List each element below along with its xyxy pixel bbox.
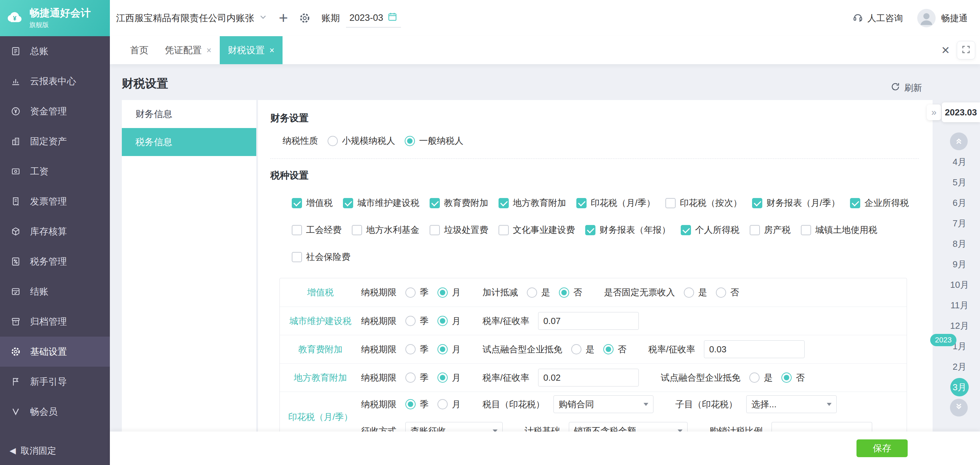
radio-quarter[interactable]: 季 xyxy=(406,344,429,355)
refresh-button[interactable]: 刷新 xyxy=(891,82,922,94)
checkbox-vat[interactable]: 增值税 xyxy=(292,197,333,209)
checkbox-property-tax[interactable]: 房产税 xyxy=(750,224,791,236)
month-item[interactable]: 9月 xyxy=(953,254,966,274)
sidebar-item-closing[interactable]: 结账 xyxy=(0,277,110,307)
radio-quarter[interactable]: 季 xyxy=(406,315,429,327)
period-date-picker[interactable]: 2023-03 xyxy=(346,9,401,28)
sidebar-item-tax-management[interactable]: 税务管理 xyxy=(0,247,110,277)
option-label: 否 xyxy=(796,372,805,384)
checkbox-urban-land-tax[interactable]: 城镇土地使用税 xyxy=(801,224,877,236)
radio-yes[interactable]: 是 xyxy=(684,287,707,298)
tab-home[interactable]: 首页 xyxy=(122,36,157,64)
close-all-tabs-icon[interactable]: ✕ xyxy=(941,44,950,57)
tax-item-select[interactable]: 购销合同 xyxy=(554,395,654,413)
radio-month[interactable]: 月 xyxy=(438,398,461,410)
radio-month[interactable]: 月 xyxy=(438,287,461,298)
sidebar-item-basic-settings[interactable]: 基础设置 xyxy=(0,337,110,367)
month-item[interactable]: 10月 xyxy=(950,274,969,295)
settings-gear-icon[interactable] xyxy=(299,12,310,24)
rail-scroll-down-button[interactable] xyxy=(950,399,968,417)
option-label: 是 xyxy=(764,372,773,384)
tab-voucher-config[interactable]: 凭证配置 × xyxy=(157,36,220,64)
sidebar-item-invoices[interactable]: 发票管理 xyxy=(0,186,110,217)
manual-consult-button[interactable]: 人工咨询 xyxy=(853,12,903,25)
month-item-active[interactable]: 3月 xyxy=(950,377,969,397)
radio-no[interactable]: 否 xyxy=(559,287,582,298)
tab-close-icon[interactable]: × xyxy=(207,46,212,55)
month-label: 9月 xyxy=(953,258,966,271)
checkbox-water-fund[interactable]: 地方水利基金 xyxy=(352,224,419,236)
rate-input[interactable] xyxy=(704,341,805,358)
tax-name-link[interactable]: 地方教育附加 xyxy=(280,372,361,384)
radio-yes[interactable]: 是 xyxy=(749,372,773,384)
checkbox-icon xyxy=(430,225,440,235)
radio-month[interactable]: 月 xyxy=(438,344,461,355)
checkbox-garbage-fee[interactable]: 垃圾处置费 xyxy=(430,224,488,236)
checkbox-financial-report-annual[interactable]: 财务报表（年报） xyxy=(585,224,670,236)
radio-yes[interactable]: 是 xyxy=(527,287,550,298)
sub-item-select[interactable]: 选择... xyxy=(746,395,837,413)
checkbox-urban-maintenance[interactable]: 城市维护建设税 xyxy=(343,197,419,209)
checkbox-social-insurance[interactable]: 社会保险费 xyxy=(292,251,350,263)
radio-general-taxpayer[interactable]: 一般纳税人 xyxy=(405,135,463,147)
month-item[interactable]: 5月 xyxy=(953,172,966,193)
rate-input[interactable] xyxy=(538,369,639,387)
tab-fiscal-settings[interactable]: 财税设置 × xyxy=(220,36,283,64)
rail-scroll-up-button[interactable] xyxy=(950,132,968,150)
checkbox-stamp-monthly[interactable]: 印花税（月/季） xyxy=(576,197,655,209)
sidebar-item-member[interactable]: 畅会员 xyxy=(0,397,110,427)
checkbox-culture-construction[interactable]: 文化事业建设费 xyxy=(498,224,575,236)
avatar[interactable] xyxy=(917,9,935,27)
radio-icon xyxy=(406,344,415,354)
radio-icon xyxy=(406,316,415,326)
sidebar-item-general-ledger[interactable]: 总账 xyxy=(0,36,110,66)
tax-name-link[interactable]: 教育费附加 xyxy=(280,344,361,355)
sidebar-item-beginner-guide[interactable]: 新手引导 xyxy=(0,367,110,397)
checkbox-union-funds[interactable]: 工会经费 xyxy=(292,224,342,236)
unpin-sidebar-button[interactable]: ◀ 取消固定 xyxy=(0,436,110,465)
radio-no[interactable]: 否 xyxy=(716,287,739,298)
username[interactable]: 畅捷通 xyxy=(941,12,968,24)
sidebar-item-inventory[interactable]: 库存核算 xyxy=(0,217,110,247)
sidebar-item-fixed-assets[interactable]: 固定资产 xyxy=(0,126,110,156)
month-item[interactable]: 12月 xyxy=(950,315,969,336)
month-item[interactable]: 8月 xyxy=(953,234,966,254)
month-item[interactable]: 7月 xyxy=(953,213,966,234)
month-label: 3月 xyxy=(950,378,969,397)
radio-quarter[interactable]: 季 xyxy=(406,372,429,384)
tax-name-link[interactable]: 城市维护建设税 xyxy=(280,315,361,327)
sidebar-item-payroll[interactable]: 工资 xyxy=(0,156,110,186)
checkbox-local-education[interactable]: 地方教育附加 xyxy=(498,197,566,209)
subnav-finance-info[interactable]: 财务信息 xyxy=(122,100,256,128)
save-button[interactable]: 保存 xyxy=(856,440,908,457)
month-item[interactable]: 4月 xyxy=(953,151,966,172)
month-item[interactable]: 11月 xyxy=(951,295,969,315)
tax-name-link[interactable]: 印花税（月/季） xyxy=(280,411,361,423)
month-item[interactable]: 6月 xyxy=(953,193,966,213)
radio-month[interactable]: 月 xyxy=(438,315,461,327)
checkbox-corporate-income-tax[interactable]: 企业所得税 xyxy=(850,197,909,209)
checkbox-personal-income-tax[interactable]: 个人所得税 xyxy=(681,224,740,236)
tab-close-icon[interactable]: × xyxy=(270,46,275,55)
add-account-button[interactable]: + xyxy=(279,11,288,25)
expand-rail-button[interactable]: » xyxy=(927,105,941,120)
month-item[interactable]: 2月 xyxy=(953,357,966,377)
sidebar-item-cloud-reports[interactable]: 云报表中心 xyxy=(0,66,110,96)
subnav-tax-info[interactable]: 税务信息 xyxy=(122,128,256,156)
rate-input[interactable] xyxy=(538,312,639,330)
radio-small-taxpayer[interactable]: 小规模纳税人 xyxy=(328,135,395,147)
radio-yes[interactable]: 是 xyxy=(571,344,594,355)
checkbox-financial-report-monthly[interactable]: 财务报表（月/季） xyxy=(752,197,840,209)
radio-no[interactable]: 否 xyxy=(781,372,805,384)
radio-no[interactable]: 否 xyxy=(603,344,627,355)
checkbox-education-surcharge[interactable]: 教育费附加 xyxy=(430,197,488,209)
checkbox-stamp-per-time[interactable]: 印花税（按次） xyxy=(665,197,742,209)
company-selector[interactable]: 江西服宝精品有限责任公司内账张 xyxy=(116,12,268,24)
radio-quarter[interactable]: 季 xyxy=(406,287,429,298)
sidebar-item-funds[interactable]: 资金管理 xyxy=(0,96,110,126)
tax-name-link[interactable]: 增值税 xyxy=(280,287,361,298)
sidebar-item-archive[interactable]: 归档管理 xyxy=(0,307,110,337)
radio-quarter[interactable]: 季 xyxy=(406,398,429,410)
radio-month[interactable]: 月 xyxy=(438,372,461,384)
fullscreen-button[interactable] xyxy=(957,41,975,59)
